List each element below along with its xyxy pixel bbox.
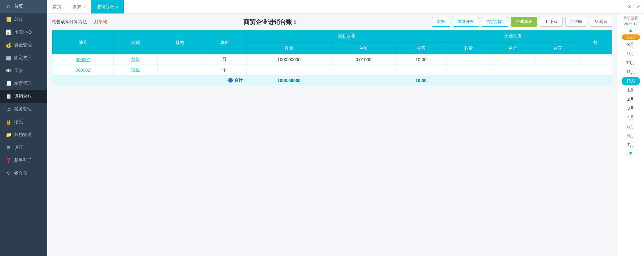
sidebar-label-settings: 设置 [14, 145, 23, 151]
main-area: 首页发票 ×进销台账 × ✕ ⤢ 销售成本计算方法： 月平均 商贸企业进销台账 … [47, 0, 644, 256]
sidebar-label-general-ledger: 总账 [14, 16, 23, 22]
tab-close-purchase-sales-tab[interactable]: × [116, 5, 118, 9]
footer-extra [580, 75, 612, 86]
page-title: 商贸企业进销台账 ℹ [243, 18, 296, 26]
table-row: 000002 前缸 个 [53, 65, 612, 75]
cunwei-button[interactable]: 存货别名 [482, 17, 508, 27]
month-scroll-down-button[interactable]: ▼ [627, 150, 634, 157]
col-header-name: 名称 [113, 31, 158, 54]
invoice-management-icon: 🧾 [5, 81, 11, 86]
close-books-icon: 🔒 [5, 119, 11, 125]
cell-spec [158, 65, 202, 75]
sidebar-item-fund-management[interactable]: 💰资金管理 [0, 39, 47, 51]
settings-icon: ⚙ [5, 145, 11, 150]
cell-price-in [491, 65, 535, 75]
month-item-2月[interactable]: 2月 [622, 95, 640, 104]
month-item-9月[interactable]: 9月 [622, 49, 640, 58]
sidebar-item-settings[interactable]: ⚙设置 [0, 141, 47, 154]
month-item-10月[interactable]: 10月 [622, 58, 640, 67]
xiazai-button[interactable]: ⬇ 下载 [540, 17, 562, 27]
month-item-3月[interactable]: 3月 [622, 104, 640, 113]
tab-invoice-tab[interactable]: 发票 × [67, 0, 91, 14]
year-badge-2023: 2023 [622, 34, 640, 40]
month-item-12月[interactable]: 12月 [622, 77, 640, 85]
cell-amount-in [535, 54, 580, 65]
cell-unit: 只 [202, 54, 247, 65]
sidebar-item-purchase-sales[interactable]: 📋进销台账 [0, 90, 47, 103]
month-item-4月[interactable]: 4月 [622, 113, 640, 122]
shengcheng-button[interactable]: 生成凭证 [511, 17, 537, 27]
cost-method-value: 月平均 [94, 19, 107, 24]
cell-unit: 个 [202, 65, 247, 75]
cell-amount-in [535, 65, 580, 75]
cell-amount-begin: 10.00 [396, 54, 446, 65]
chongxin-button[interactable]: 重新开账 [453, 17, 479, 27]
table-row: 000001 前缸 只 1000.00000 0.01000 10.00 [53, 54, 612, 65]
sidebar-item-member[interactable]: V畅会员 [0, 167, 47, 180]
maximize-window-button[interactable]: ⤢ [635, 4, 641, 10]
general-ledger-icon: 📒 [5, 17, 11, 22]
sidebar-label-close-books: 结账 [14, 119, 23, 125]
sidebar-label-home: 首页 [14, 3, 23, 9]
shuaxin-button[interactable]: ↻ 刷新 [590, 17, 612, 27]
month-item-11月[interactable]: 11月 [622, 68, 640, 76]
sidebar-label-member: 畅会员 [14, 170, 27, 176]
footer-amount-begin: 10.00 [396, 75, 446, 86]
sidebar-item-beginner-guide[interactable]: ❓新手引导 [0, 154, 47, 167]
cell-qty-begin [246, 65, 331, 75]
fund-management-icon: 💰 [5, 42, 11, 48]
month-item-1月[interactable]: 1月 [622, 86, 640, 95]
sidebar-item-home[interactable]: ⌂首页 [0, 0, 47, 13]
sidebar-label-tax-management: 税务管理 [14, 106, 32, 112]
close-window-button[interactable]: ✕ [626, 4, 633, 10]
sidebar-item-payroll[interactable]: 💵工资 [0, 64, 47, 77]
cell-id: 000001 [53, 54, 114, 65]
sidebar-item-report-center[interactable]: 📊报表中心 [0, 26, 47, 39]
tab-purchase-sales-tab[interactable]: 进销台账 × [91, 0, 124, 14]
cell-qty-in [446, 65, 491, 75]
sidebar-label-invoice-management: 发票管理 [14, 80, 32, 86]
table-wrapper: 编号 名称 规格 单位 期初余额 本期入库 数 数量 单价 金额 数 [52, 30, 612, 86]
sidebar-item-fixed-assets[interactable]: 🏢固定资产 [0, 51, 47, 64]
duizhang-button[interactable]: 对账 [432, 17, 450, 27]
col-sub-qty-in: 数量 [446, 43, 491, 54]
tab-label-purchase-sales-tab: 进销台账 [96, 4, 114, 10]
month-item-5月[interactable]: 5月 [622, 122, 640, 131]
cell-price-begin [331, 65, 396, 75]
footer-qty-in [446, 75, 491, 86]
sidebar-item-general-ledger[interactable]: 📒总账 [0, 13, 47, 26]
col-sub-amount-begin: 金额 [396, 43, 446, 54]
member-icon: V [5, 171, 11, 176]
cell-name: 前缸 [113, 65, 158, 75]
tab-home-tab[interactable]: 首页 [47, 0, 67, 14]
col-sub-price-begin: 单价 [331, 43, 396, 54]
footer-qty-begin: 1000.00000 [246, 75, 331, 86]
month-panel-title: 月份选择 [623, 16, 638, 21]
col-group-ruku: 本期入库 [446, 31, 580, 43]
main-table: 编号 名称 规格 单位 期初余额 本期入库 数 数量 单价 金额 数 [52, 30, 612, 86]
month-scroll-up-button[interactable]: ▲ [627, 27, 634, 34]
cell-extra [580, 65, 612, 75]
sidebar-item-close-books[interactable]: 🔒结账 [0, 116, 47, 128]
cost-method: 销售成本计算方法： 月平均 [52, 19, 107, 25]
cell-id: 000002 [53, 65, 114, 75]
tab-label-invoice-tab: 发票 [72, 4, 81, 10]
col-group-qichu: 期初余额 [246, 31, 446, 43]
sidebar-item-archive-management[interactable]: 📁归档管理 [0, 128, 47, 141]
month-item-8月[interactable]: 8月 [622, 40, 640, 49]
table-footer-row: 🔵 合计 1000.00000 10.00 [53, 75, 612, 86]
tab-close-invoice-tab[interactable]: × [83, 5, 85, 9]
help-button[interactable]: ? 帮助 [565, 17, 587, 27]
cell-spec [158, 54, 202, 65]
month-item-6月[interactable]: 6月 [622, 131, 640, 140]
cell-amount-begin [396, 65, 446, 75]
page-title-info-icon[interactable]: ℹ [294, 19, 296, 25]
sidebar-label-payroll: 工资 [14, 68, 23, 74]
footer-amount-in [535, 75, 580, 86]
sidebar-item-tax-management[interactable]: 🗂税务管理 [0, 103, 47, 116]
tab-label-home-tab: 首页 [53, 4, 61, 10]
sidebar-item-invoice-management[interactable]: 🧾发票管理 [0, 77, 47, 90]
purchase-sales-icon: 📋 [5, 94, 11, 99]
sidebar-label-purchase-sales: 进销台账 [14, 93, 32, 99]
month-item-7月[interactable]: 7月 [622, 140, 640, 149]
